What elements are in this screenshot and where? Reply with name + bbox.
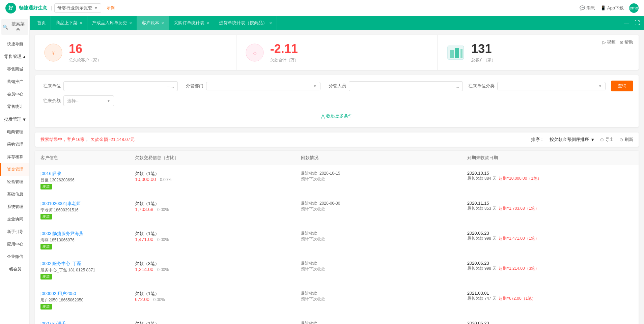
filter-unit-category: 往来单位分类 ▼ [468, 82, 606, 90]
sidebar-search-btn[interactable]: 🔍 搜索菜单 [1, 19, 28, 35]
col-header-customer: 客户信息 [40, 155, 135, 161]
sidebar-item-purchase[interactable]: 采购管理 [0, 138, 29, 151]
debt-amount-icon: ◇ [245, 42, 265, 63]
recovery-next-3: 预计下次收款 [301, 236, 467, 242]
customer-contact-2: 李老师 18600391516 [40, 207, 135, 213]
filter-dept: 分管部门 ▼ [183, 82, 320, 90]
sidebar-item-guide[interactable]: 新手引导 [0, 226, 29, 238]
debt-customers-value: 16 [69, 42, 228, 56]
tab-purchase-stats[interactable]: 采购订单统计表 ✕ [169, 16, 214, 30]
search-btn[interactable]: 查询 [611, 81, 633, 91]
dept-select[interactable]: ▼ [206, 82, 320, 90]
phone-icon: 📱 [600, 5, 606, 10]
tab-close-inbound-stats[interactable]: ✕ [269, 21, 272, 25]
due-cell-4: 2020.06.23 最长欠款 998 天 超期¥1,214.00（3笔） [467, 259, 633, 281]
tab-close-purchase-stats[interactable]: ✕ [206, 21, 209, 25]
sort-select[interactable]: 按欠款金额倒序排序 ▼ [550, 137, 595, 143]
sidebar-item-operations[interactable]: 经营管理 [0, 176, 29, 188]
sidebar-item-enterprise[interactable]: 企业协同 [0, 213, 29, 226]
sidebar-item-marketing[interactable]: 营销推广 [0, 76, 29, 88]
from-unit-text-input[interactable] [67, 84, 167, 89]
result-text: 搜索结果中，客户16家， 欠款金额 -21,148.07元 [40, 137, 135, 143]
debt-amount-5: 672.00 [135, 297, 149, 302]
tab-close-product-history[interactable]: ✕ [129, 21, 132, 25]
sidebar-item-vip[interactable]: 畅会员 [0, 263, 29, 275]
tab-product-shelf[interactable]: 商品上下架 ✕ [51, 16, 87, 30]
balance-select[interactable]: 选择... ▼ [63, 95, 114, 106]
overdue-days-2: 最长欠款 853 天 [467, 206, 498, 211]
unit-category-select[interactable]: ▼ [497, 82, 606, 90]
customer-name-4[interactable]: [0002]服务中心_丁磊 [40, 261, 135, 267]
customer-cell-2: [0001020001]李老师 李老师 18600391516 现款 [40, 199, 135, 221]
debt-ratio-4: 0.00% [157, 267, 169, 272]
overdue-amount-1[interactable]: 超期¥10,000.00（1笔） [499, 176, 541, 181]
customer-name-6[interactable]: [0007]小进千 [40, 321, 135, 324]
overdue-amount-5[interactable]: 超期¥672.00（1笔） [499, 296, 536, 301]
total-customers-label: 总客户（家） [471, 57, 631, 63]
message-btn[interactable]: 💬 消息 [580, 5, 595, 11]
sidebar-item-quick-nav[interactable]: 快捷导航 [0, 38, 29, 50]
tab-inbound-stats[interactable]: 进货单统计表（按商品） ✕ [214, 16, 277, 30]
recovery-cell-4: 最近收款 预计下次收款 [301, 259, 467, 281]
unit-category-arrow-icon: ▼ [598, 84, 602, 88]
tab-minimize-btn[interactable]: — [622, 19, 631, 27]
overdue-amount-3[interactable]: 超期¥1,471.00（1笔） [499, 236, 539, 241]
sidebar-item-basic-info[interactable]: 基础信息 [0, 188, 29, 201]
help-btn[interactable]: ⊙帮助 [620, 39, 633, 45]
customer-name-2[interactable]: [0001020001]李老师 [40, 201, 135, 207]
sidebar-item-ecommerce[interactable]: 电商管理 [0, 126, 29, 138]
sidebar-item-app-center[interactable]: 应用中心 [0, 238, 29, 251]
sidebar-item-retail-stats[interactable]: 零售统计 [0, 100, 29, 113]
debt-cell-5: 欠款（1笔） 672.00 0.00% [135, 289, 301, 311]
person-input[interactable]: ... [349, 81, 463, 91]
customer-name-1[interactable]: [0016]吕俊 [40, 171, 135, 177]
sidebar-item-system[interactable]: 系统管理 [0, 201, 29, 213]
tab-close-product-shelf[interactable]: ✕ [80, 21, 82, 25]
export-btn[interactable]: ⊙ 导出 [600, 137, 614, 143]
sidebar-item-batch-mgmt[interactable]: 批发管理 ▼ [0, 113, 29, 126]
debt-amount-4: 1,214.00 [135, 267, 153, 272]
sidebar-item-retail-mgmt[interactable]: 零售管理 ▲ [0, 50, 29, 63]
sidebar-item-wecom[interactable]: 企业微信 [0, 251, 29, 263]
sort-arrow-icon: ▼ [590, 137, 595, 142]
tab-product-history[interactable]: 产成品入库单历史 ✕ [87, 16, 137, 30]
collapse-btn[interactable]: ⋀ 收起更多条件 [40, 110, 633, 122]
overdue-amount-4[interactable]: 超期¥1,214.00（3笔） [499, 266, 539, 271]
from-unit-input[interactable]: ... [63, 81, 178, 91]
debt-amount-value: -2.11 [270, 42, 429, 56]
refresh-btn[interactable]: ⊙ 刷新 [619, 137, 633, 143]
debt-ratio-5: 0.00% [153, 297, 165, 302]
view-btn[interactable]: ▷视频 [603, 39, 616, 45]
debt-cell-1: 欠款（1笔） 10,000.00 0.00% [135, 169, 301, 191]
app-download-btn[interactable]: 📱 App下载 [600, 5, 624, 11]
svg-rect-6 [455, 48, 459, 58]
tab-customer-account[interactable]: 客户账本 ✕ [137, 16, 169, 30]
recovery-date-5: 最近收款 [301, 291, 467, 296]
debt-count-2: 欠款（1笔） [135, 201, 301, 207]
sidebar-item-member[interactable]: 会员中心 [0, 88, 29, 100]
main-layout: 🔍 搜索菜单 快捷导航 零售管理 ▲ 零售商城 营销推广 会员中心 零售统计 批… [0, 16, 644, 324]
overdue-amount-2[interactable]: 超期¥1,703.68（1笔） [499, 206, 539, 211]
tab-home[interactable]: 首页 [32, 16, 51, 30]
dept-label: 分管部门 [183, 83, 203, 89]
tab-close-customer-account[interactable]: ✕ [161, 21, 164, 25]
show-all-btn[interactable]: 示例 [107, 5, 115, 11]
stat-debt-amount: ◇ -2.11 欠款合计（万） [236, 35, 438, 70]
industry-selector[interactable]: 母婴行业演示账套 ▼ [54, 3, 101, 13]
tab-bar-actions: — ⛶ [622, 19, 641, 27]
col-header-due: 到期未收款日期 [467, 155, 633, 161]
svg-text:¥: ¥ [52, 51, 55, 56]
tab-maximize-btn[interactable]: ⛶ [633, 19, 641, 27]
customer-name-3[interactable]: [0003]畅捷服务尹海燕 [40, 231, 135, 237]
customer-name-5[interactable]: [000002]用户2050 [40, 291, 135, 297]
user-avatar-btn[interactable]: demo2 [629, 3, 639, 13]
recovery-cell-3: 最近收款 预计下次收款 [301, 229, 467, 251]
recovery-date-3: 最近收款 [301, 231, 467, 236]
person-text-input[interactable] [353, 84, 452, 89]
sidebar-item-capital[interactable]: 资金管理 [0, 163, 29, 176]
sidebar-item-inventory[interactable]: 库存核算 [0, 151, 29, 163]
sidebar-item-retail-shop[interactable]: 零售商城 [0, 63, 29, 76]
debt-amount-3: 1,471.00 [135, 237, 153, 242]
customer-contact-4: 服务中心_丁磊 181 0125 8371 [40, 267, 135, 273]
from-unit-dots: ... [167, 84, 170, 88]
